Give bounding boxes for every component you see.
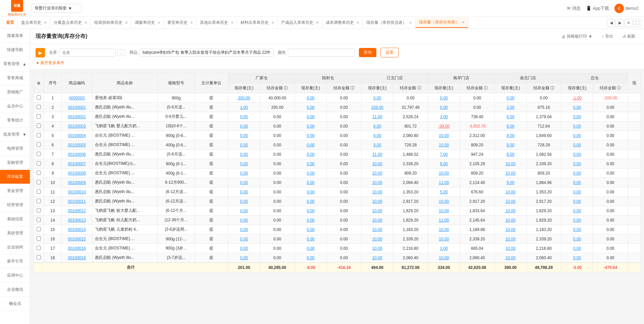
row-w2-qty[interactable]: 0.00 bbox=[295, 150, 327, 159]
tab-stock-status[interactable]: 现存量（库存状况表） ✕ bbox=[363, 18, 416, 28]
row-w4-qty[interactable]: 10.00 bbox=[428, 169, 460, 178]
settings-button[interactable]: 设置 bbox=[380, 48, 398, 57]
row-sku[interactable]: 00100009 bbox=[62, 178, 92, 187]
row-w1-qty[interactable]: 0.00 bbox=[228, 197, 260, 206]
close-icon[interactable]: ✕ bbox=[409, 21, 412, 25]
row-w5-qty[interactable]: 10.00 bbox=[495, 197, 527, 206]
tab-assembly-history[interactable]: 组装拆卸单历史 ✕ bbox=[91, 18, 131, 28]
sidebar-item-finance[interactable]: 资金管理 bbox=[0, 184, 30, 198]
row-w1-qty[interactable]: 0.00 bbox=[228, 131, 260, 140]
row-check[interactable] bbox=[34, 150, 44, 159]
row-sku[interactable]: 00100008 bbox=[62, 169, 92, 178]
row-w1-qty[interactable]: 0.00 bbox=[228, 216, 260, 225]
row-w2-qty[interactable]: 0.00 bbox=[295, 178, 327, 187]
row-w3-qty[interactable]: 10.00 bbox=[361, 216, 393, 225]
close-icon[interactable]: ✕ bbox=[125, 21, 128, 25]
row-w3-qty[interactable]: 11.00 bbox=[361, 150, 393, 159]
row-w2-qty[interactable]: 0.00 bbox=[295, 159, 327, 169]
row-w4-qty[interactable]: -39.00 bbox=[428, 122, 460, 131]
row-check[interactable] bbox=[34, 169, 44, 178]
row-w4-qty[interactable]: 5.00 bbox=[428, 187, 460, 197]
row-sku[interactable]: 00100011 bbox=[62, 197, 92, 206]
sidebar-item-enterprise[interactable]: 企业协同 bbox=[0, 240, 30, 254]
close-icon[interactable]: ✕ bbox=[44, 21, 47, 25]
row-tot-qty[interactable]: 0.00 bbox=[561, 178, 593, 187]
tab-transfer-history[interactable]: 调拨单历史 ✕ bbox=[131, 18, 164, 28]
sidebar-item-inventory[interactable]: 库存核算 bbox=[0, 170, 30, 184]
row-w4-qty[interactable]: 9.00 bbox=[428, 159, 460, 169]
sidebar-item-enterprise-wechat[interactable]: 企业微信 bbox=[0, 283, 30, 297]
row-sku[interactable]: 00100013 bbox=[62, 216, 92, 225]
sidebar-item-guide[interactable]: 新手引导 bbox=[0, 254, 30, 269]
row-tot-qty[interactable]: 0.00 bbox=[561, 187, 593, 197]
user-area[interactable]: E demo2 bbox=[614, 4, 639, 13]
app-download-btn[interactable]: 📱 App下载 bbox=[586, 5, 609, 11]
close-icon[interactable]: ✕ bbox=[190, 21, 193, 25]
row-w5-qty[interactable]: 9.00 bbox=[495, 140, 527, 150]
row-w3-qty[interactable]: 10.00 bbox=[361, 225, 393, 234]
row-tot-qty[interactable]: 0.00 bbox=[561, 244, 593, 253]
company-dropdown[interactable]: 母婴行业演示陈套 ▼ bbox=[32, 4, 82, 13]
close-icon[interactable]: ✕ bbox=[271, 21, 274, 25]
row-check[interactable] bbox=[34, 234, 44, 244]
row-w1-qty[interactable]: 0.00 bbox=[228, 140, 260, 150]
row-sku[interactable]: 00100006 bbox=[62, 150, 92, 159]
row-check[interactable] bbox=[34, 206, 44, 216]
row-w1-qty[interactable]: 0.00 bbox=[228, 169, 260, 178]
row-tot-qty[interactable]: 0.00 bbox=[561, 122, 593, 131]
row-w5-qty[interactable]: 10.00 bbox=[495, 206, 527, 216]
sidebar-item-basic-info[interactable]: 基础信息 bbox=[0, 212, 30, 226]
sidebar-item-member[interactable]: 会员中心 bbox=[0, 99, 30, 113]
row-tot-qty[interactable]: 0.00 bbox=[561, 150, 593, 159]
row-w5-qty[interactable]: 8.00 bbox=[495, 122, 527, 131]
row-tot-qty[interactable]: 0.00 bbox=[561, 159, 593, 169]
row-w5-qty[interactable]: 10.00 bbox=[495, 244, 527, 253]
row-w3-qty[interactable]: 10.00 bbox=[361, 197, 393, 206]
search-button[interactable]: 查询 bbox=[359, 48, 376, 57]
row-w1-qty[interactable]: 0.00 bbox=[228, 112, 260, 122]
close-icon[interactable]: ✕ bbox=[462, 20, 465, 24]
row-w2-qty[interactable]: 0.00 bbox=[295, 187, 327, 197]
row-check[interactable] bbox=[34, 93, 44, 103]
close-icon[interactable]: ✕ bbox=[85, 21, 87, 25]
row-w5-qty[interactable]: 0.00 bbox=[495, 93, 527, 103]
row-w2-qty[interactable]: 0.00 bbox=[295, 197, 327, 206]
search-collapse-btn[interactable]: ▶ bbox=[36, 48, 45, 57]
row-sku[interactable]: 00100010 bbox=[62, 187, 92, 197]
row-w1-qty[interactable]: 1.00 bbox=[228, 103, 260, 112]
sidebar-item-marketing[interactable]: 营销推广 bbox=[0, 85, 30, 99]
row-w2-qty[interactable]: 0.00 bbox=[295, 216, 327, 225]
sidebar-item-retail-mall[interactable]: 零售商城 bbox=[0, 71, 30, 85]
row-w5-qty[interactable]: 10.00 bbox=[495, 253, 527, 263]
row-w4-qty[interactable]: 11.00 bbox=[428, 216, 460, 225]
row-check[interactable] bbox=[34, 159, 44, 169]
row-w3-qty[interactable]: 9.00 bbox=[361, 140, 393, 150]
warehouse-more-btn[interactable]: ... bbox=[117, 49, 125, 56]
row-check[interactable] bbox=[34, 122, 44, 131]
row-tot-qty[interactable]: 0.00 bbox=[561, 253, 593, 263]
tab-partial-inventory-history[interactable]: 分量盘点单历史 ✕ bbox=[50, 18, 91, 28]
row-w4-qty[interactable]: 10.00 bbox=[428, 140, 460, 150]
row-check[interactable] bbox=[34, 178, 44, 187]
row-sku[interactable]: 00100007 bbox=[62, 159, 92, 169]
row-w2-qty[interactable]: 0.00 bbox=[295, 93, 327, 103]
sidebar-item-system[interactable]: 系统管理 bbox=[0, 226, 30, 240]
row-w2-qty[interactable]: 0.00 bbox=[295, 225, 327, 234]
sidebar-item-nav[interactable]: 快捷导航 bbox=[0, 43, 30, 57]
tab-home[interactable]: 首页 bbox=[3, 18, 18, 28]
row-w5-qty[interactable]: 10.00 bbox=[495, 216, 527, 225]
row-w5-qty[interactable]: 10.00 bbox=[495, 187, 527, 197]
row-w2-qty[interactable]: 0.00 bbox=[295, 206, 327, 216]
row-w4-qty[interactable]: 11.00 bbox=[428, 178, 460, 187]
close-icon[interactable]: ✕ bbox=[357, 21, 359, 25]
row-w3-qty[interactable]: 9.00 bbox=[361, 122, 393, 131]
row-w5-qty[interactable]: 8.00 bbox=[495, 150, 527, 159]
row-tot-qty[interactable]: 0.00 bbox=[561, 216, 593, 225]
row-tot-qty[interactable]: -1.00 bbox=[561, 93, 593, 103]
print-btn[interactable]: 🖨 按模板打印 ▼ bbox=[558, 32, 596, 41]
row-w2-qty[interactable]: 0.00 bbox=[295, 140, 327, 150]
row-w5-qty[interactable]: 3.00 bbox=[495, 103, 527, 112]
row-sku[interactable]: 0000003 bbox=[62, 93, 92, 103]
row-w5-qty[interactable]: 10.00 bbox=[495, 234, 527, 244]
product-input[interactable] bbox=[140, 49, 274, 57]
